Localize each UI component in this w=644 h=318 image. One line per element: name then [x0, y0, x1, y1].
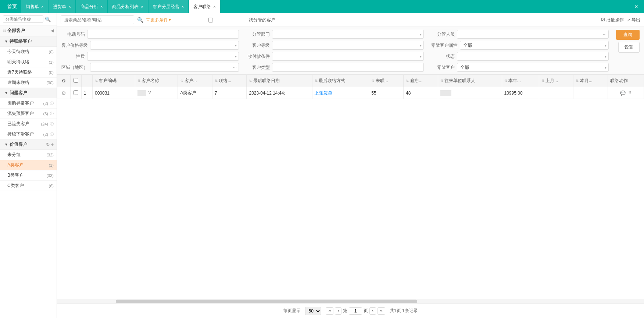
th-cust-name[interactable]: ⇅ 客户名称	[135, 75, 178, 87]
prev-page-btn[interactable]: ‹	[335, 307, 341, 315]
nav-home[interactable]: 首页	[3, 0, 21, 13]
th-gear[interactable]: ⚙	[57, 75, 71, 87]
sidebar-item-b-class[interactable]: B类客户 (33)	[0, 170, 57, 181]
search-input[interactable]	[61, 15, 134, 24]
row-contact: 7	[212, 87, 247, 99]
nav-tab-customer-layer[interactable]: 客户分层经营 ×	[149, 0, 188, 13]
filter-region-input[interactable]	[90, 63, 239, 72]
th-cust-code[interactable]: ⇅ 客户编码	[93, 75, 135, 87]
filter-cust-level-input[interactable]	[272, 41, 424, 50]
nav-tab-analysis-list[interactable]: 商品分析列表 ×	[108, 0, 147, 13]
filter-person-input[interactable]	[457, 30, 609, 39]
message-icon[interactable]: 💬	[620, 91, 626, 96]
sidebar-item-unclassified[interactable]: 未分组 (32)	[0, 150, 57, 160]
sidebar-item-c-class[interactable]: C类客户 (6)	[0, 181, 57, 191]
sidebar-group-value[interactable]: ▼ 价值客户 ↻ +	[0, 139, 57, 150]
sidebar-item-declining[interactable]: 持续下滑客户 (2) ⓘ	[0, 129, 57, 139]
close-tab-customer-contact[interactable]: ×	[213, 0, 215, 13]
sort-icon-3: ⇅	[180, 79, 183, 83]
filter-payment-input[interactable]	[272, 52, 424, 61]
add-group-icon[interactable]: +	[51, 142, 54, 147]
sidebar-item-churned[interactable]: 已流失客户 (24) ⓘ	[0, 119, 57, 129]
sidebar-all-customers[interactable]: ⠿ 全部客户 ◀	[0, 25, 57, 36]
row-gear-cell[interactable]: ⚙	[57, 87, 71, 99]
page-size-select[interactable]: 50	[305, 307, 321, 315]
th-this-month[interactable]: ⇅ 本月...	[573, 75, 608, 87]
next-page-btn[interactable]: ›	[369, 307, 376, 315]
nav-tab-customer-contact[interactable]: 客户联络 ×	[189, 0, 220, 13]
sidebar-item-overdue[interactable]: 逾期未联络 (30)	[0, 78, 57, 88]
filter-nature: 性质 ▾	[61, 52, 239, 61]
more-filter-btn[interactable]: ▽ 更多条件 ▾	[146, 17, 171, 23]
filter-phone-input[interactable]	[87, 30, 239, 39]
last-page-btn[interactable]: »	[378, 307, 385, 315]
close-tab-purchase[interactable]: ×	[68, 0, 71, 13]
filter-dept-input[interactable]	[272, 30, 424, 39]
sort-icon-9: ⇅	[440, 79, 443, 83]
gear-icon-header[interactable]: ⚙	[62, 78, 66, 84]
my-customers-checkbox-label[interactable]: 我分管的客户	[174, 17, 275, 23]
nav-tab-purchase[interactable]: 进货单 ×	[49, 0, 75, 13]
export-btn[interactable]: ↗ 导出	[627, 17, 640, 23]
filter-cust-type-input[interactable]	[272, 63, 424, 72]
more-action-icon[interactable]: ⠿	[628, 91, 632, 96]
filter-cust-level-control: ▾	[272, 41, 424, 50]
th-checkbox	[71, 75, 82, 87]
sidebar-item-tomorrow[interactable]: 明天待联络 (1)	[0, 57, 57, 67]
th-not-contact[interactable]: ⇅ 未联...	[369, 75, 404, 87]
info-icon-1: ⓘ	[50, 101, 54, 106]
page-size-label: 每页显示	[283, 308, 301, 314]
my-customers-checkbox[interactable]	[174, 18, 247, 22]
sidebar-item-abnormal[interactable]: 囤购异常客户 (2) ⓘ	[0, 98, 57, 109]
filter-scatter-cust-input[interactable]	[457, 63, 609, 72]
row-last-contact-method[interactable]: 下销货单	[312, 87, 369, 99]
refresh-icon[interactable]: ↻	[46, 142, 50, 147]
sort-icon-8: ⇅	[406, 79, 409, 83]
nav-tab-sales[interactable]: 销售单 ×	[21, 0, 48, 13]
filter-scatter-attr-control: ▾	[460, 41, 609, 50]
row-this-year: 10995.00	[502, 87, 539, 99]
row-checkbox[interactable]	[74, 90, 78, 95]
sidebar-search-icon[interactable]: 🔍	[45, 17, 51, 22]
th-last-contact-date[interactable]: ⇅ 最后联络日期	[247, 75, 312, 87]
row-cust-code: 000031	[93, 87, 135, 99]
filter-status-input[interactable]	[457, 52, 609, 61]
close-tab-analysis-list[interactable]: ×	[141, 0, 143, 13]
sidebar-search-input[interactable]	[3, 15, 43, 23]
filter-cust-type: 客户类型	[246, 63, 424, 72]
sidebar-group-pending[interactable]: ▼ 待联络客户	[0, 36, 57, 47]
sidebar-item-7days[interactable]: 近7天待联络 (0)	[0, 67, 57, 78]
close-tab-sales[interactable]: ×	[41, 0, 43, 13]
th-last-contact-method[interactable]: ⇅ 最后联络方式	[312, 75, 369, 87]
filter-status-label: 状态	[431, 53, 457, 60]
th-overdue[interactable]: ⇅ 逾期...	[404, 75, 438, 87]
setting-button[interactable]: 设置	[618, 42, 640, 53]
data-table: ⚙ ⇅ 客户编码 ⇅ 客户名称	[57, 74, 644, 99]
th-visit-contact[interactable]: ⇅ 往来单位联系人	[438, 75, 502, 87]
nav-tab-analysis[interactable]: 商品分析 ×	[76, 0, 107, 13]
th-this-year[interactable]: ⇅ 本年...	[502, 75, 539, 87]
th-cust-type[interactable]: ⇅ 客户...	[178, 75, 212, 87]
close-tab-analysis[interactable]: ×	[100, 0, 103, 13]
horizontal-scrollbar[interactable]	[57, 299, 644, 303]
scrollbar-thumb[interactable]	[116, 300, 417, 303]
sidebar-item-today[interactable]: 今天待联络 (0)	[0, 47, 57, 57]
filter-search-icon[interactable]: 🔍	[137, 17, 143, 23]
sidebar-group-problem[interactable]: ▼ 问题客户	[0, 88, 57, 98]
sidebar-item-churn-warning[interactable]: 流失预警客户 (3) ⓘ	[0, 109, 57, 119]
chevron-down-icon: ▾	[169, 17, 171, 22]
page-number-input[interactable]	[349, 307, 362, 315]
batch-op-btn[interactable]: ☑ 批量操作	[601, 17, 624, 23]
filter-scatter-attr-input[interactable]	[460, 41, 609, 50]
filter-nature-input[interactable]	[87, 52, 239, 61]
select-all-checkbox[interactable]	[74, 78, 78, 83]
sidebar-item-a-class[interactable]: A类客户 (1)	[0, 160, 57, 170]
first-page-btn[interactable]: «	[326, 307, 333, 315]
filter-price-level-input[interactable]	[90, 41, 239, 50]
close-tab-customer-layer[interactable]: ×	[182, 0, 184, 13]
query-button[interactable]: 查询	[616, 30, 640, 40]
filter-nature-label: 性质	[61, 53, 87, 60]
th-contact[interactable]: ⇅ 联络...	[212, 75, 247, 87]
th-last-month[interactable]: ⇅ 上月...	[539, 75, 573, 87]
nav-close-all[interactable]: ×	[631, 3, 641, 11]
